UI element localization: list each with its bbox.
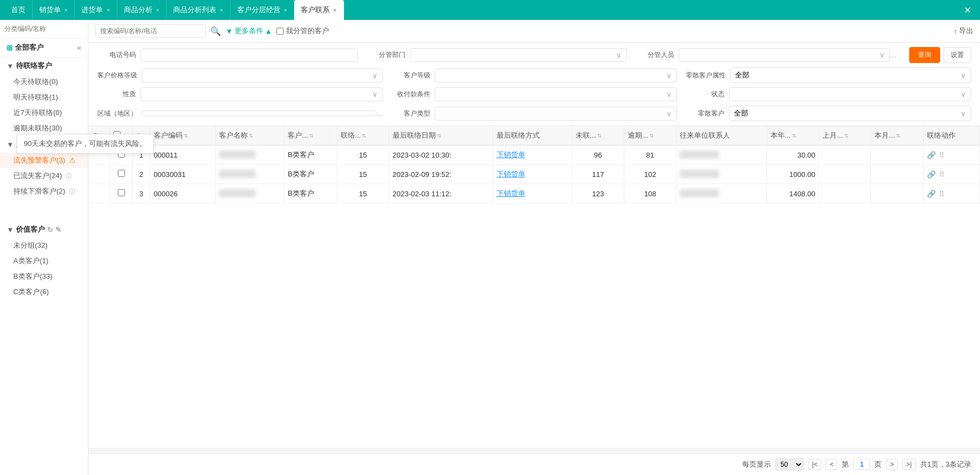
chevron-down-icon2: ∨ <box>879 51 885 59</box>
filter-status-label: 状态 <box>686 90 724 99</box>
sidebar-item-ungrouped[interactable]: 未分组(32) <box>0 238 88 253</box>
refresh-icon[interactable]: ↻ <box>47 226 53 234</box>
th-last-contact-date[interactable]: 最后联络日期⇅ <box>389 126 493 145</box>
sidebar-item-7days[interactable]: 近7天待联络(0) <box>0 105 88 121</box>
prev-page-btn[interactable]: < <box>826 459 837 470</box>
td-actions-0[interactable]: 🔗 ⠿ <box>923 145 979 165</box>
th-type[interactable]: 客户...⇅ <box>284 126 337 145</box>
td-type-1: B类客户 <box>284 165 337 184</box>
filter-zero-retail-select[interactable]: 全部 ∨ <box>729 106 971 121</box>
more-icon-0[interactable]: ⠿ <box>939 151 945 159</box>
tab-close-purchase[interactable]: × <box>106 7 110 13</box>
tab-close-customer-contact[interactable]: × <box>333 7 336 13</box>
sidebar-search-input[interactable] <box>4 25 87 33</box>
filter-nature-select[interactable]: ∨ <box>140 87 383 101</box>
td-checkbox-2[interactable] <box>110 184 133 203</box>
hscroll-bar[interactable] <box>88 448 980 453</box>
link-icon-2[interactable]: 🔗 <box>927 190 936 198</box>
tab-close-product[interactable]: × <box>156 7 159 13</box>
tab-home[interactable]: 首页 <box>4 0 33 20</box>
page-size-select[interactable]: 50 10 20 100 <box>775 458 804 471</box>
td-this-month-2 <box>871 184 923 203</box>
filter-zero-retail-attr-select[interactable]: 全部 ∨ <box>730 67 971 83</box>
td-actions-2[interactable]: 🔗 ⠿ <box>923 184 979 203</box>
filter-dept-select[interactable]: ∨ <box>410 48 627 62</box>
filter-my-customers[interactable]: 我分管的客户 <box>277 26 329 36</box>
th-contact[interactable]: 联络...⇅ <box>337 126 389 145</box>
my-customers-checkbox[interactable] <box>277 28 284 35</box>
tab-purchase-order[interactable]: 进货单 × <box>75 0 117 20</box>
more-icon-2[interactable]: ⠿ <box>939 190 945 198</box>
sidebar-group-value[interactable]: ▼ 价值客户 ↻ ✎ <box>0 221 88 238</box>
tab-customer-tier[interactable]: 客户分层经营 × <box>231 0 294 20</box>
td-checkbox-1[interactable] <box>110 165 133 184</box>
th-this-year[interactable]: 本年...⇅ <box>767 126 819 145</box>
filter-status-select[interactable]: ∨ <box>729 87 971 101</box>
th-code[interactable]: 客户编码⇅ <box>150 126 215 145</box>
tab-product-analysis[interactable]: 商品分析 × <box>117 0 166 20</box>
th-last-month[interactable]: 上月...⇅ <box>819 126 871 145</box>
tab-close-sales[interactable]: × <box>64 7 67 13</box>
sidebar-item-today[interactable]: 今天待联络(0) <box>0 74 88 90</box>
tab-product-analysis-list[interactable]: 商品分析列表 × <box>166 0 230 20</box>
tab-sales-order[interactable]: 销货单 × <box>33 0 75 20</box>
filter-payment-select[interactable]: ∨ <box>435 87 677 101</box>
filter-manager-dots[interactable]: ... <box>890 51 896 59</box>
chevron-up-icon: ▲ <box>265 27 272 35</box>
td-method-1[interactable]: 下销货单 <box>493 165 572 184</box>
settings-btn[interactable]: 设置 <box>943 47 971 63</box>
tab-customer-contact[interactable]: 客户联系 × <box>294 0 343 20</box>
tab-bar: 首页 销货单 × 进货单 × 商品分析 × 商品分析列表 × 客户分层经营 × … <box>0 0 980 20</box>
sidebar-all-customers[interactable]: ⊞ 全部客户 « <box>0 38 88 58</box>
sidebar-item-declining[interactable]: 持续下滑客户(2) ⓘ <box>0 184 88 199</box>
th-uncontacted[interactable]: 未联...⇅ <box>572 126 624 145</box>
filter-zero-retail-attr-field: 零散客户属性 全部 ∨ <box>686 67 971 83</box>
page-size-label: 每页显示 <box>742 460 771 469</box>
next-page-btn[interactable]: > <box>886 459 898 470</box>
tab-close-product-list[interactable]: × <box>220 7 223 13</box>
filter-manager-select[interactable]: ∨ <box>679 48 890 62</box>
edit-icon[interactable]: ✎ <box>55 226 61 234</box>
page-number-input[interactable] <box>853 459 870 470</box>
td-unit-contact-2: 联系人 <box>676 184 767 203</box>
filter-area-field: 区域（地区） ... <box>97 109 383 118</box>
last-page-btn[interactable]: >| <box>902 459 915 470</box>
filter-more-conditions-btn[interactable]: ▼ 更多条件 ▲ <box>226 26 272 36</box>
export-btn[interactable]: ↑ 导出 <box>954 26 974 36</box>
filter-phone-input[interactable] <box>140 49 358 62</box>
sidebar-item-churn-warning[interactable]: 流失预警客户(3) ⚠ <box>0 153 88 168</box>
sidebar-item-churned[interactable]: 已流失客户(24) ⓘ <box>0 168 88 184</box>
filter-area-dots[interactable]: ... <box>377 109 383 118</box>
sidebar-group-pending[interactable]: ▼ 待联络客户 <box>0 58 88 74</box>
filter-customer-level-field: 客户等级 ∨ <box>392 69 677 82</box>
filter-phone-field: 电话号码 <box>97 49 358 62</box>
sidebar-item-c-class[interactable]: C类客户(6) <box>0 284 88 300</box>
link-icon-1[interactable]: 🔗 <box>927 170 936 179</box>
filter-search-input[interactable] <box>95 24 206 38</box>
tab-close-customer-tier[interactable]: × <box>284 7 287 13</box>
th-overdue[interactable]: 逾期...⇅ <box>624 126 676 145</box>
td-method-2[interactable]: 下销货单 <box>493 184 572 203</box>
more-icon-1[interactable]: ⠿ <box>939 170 945 179</box>
sidebar-item-tomorrow[interactable]: 明天待联络(1) <box>0 90 88 105</box>
filter-area-select[interactable] <box>142 111 377 116</box>
sidebar-collapse-btn[interactable]: « <box>77 43 81 52</box>
td-actions-1[interactable]: 🔗 ⠿ <box>923 165 979 184</box>
filter-customer-level-select[interactable]: ∨ <box>435 69 677 82</box>
link-icon-0[interactable]: 🔗 <box>927 151 936 159</box>
filter-search-btn[interactable]: 🔍 <box>210 26 221 36</box>
th-this-month[interactable]: 本月...⇅ <box>871 126 923 145</box>
sidebar-item-a-class[interactable]: A类客户(1) <box>0 253 88 269</box>
th-name[interactable]: 客户名称⇅ <box>215 126 284 145</box>
td-last-month-0 <box>819 145 871 165</box>
th-unit-contact[interactable]: 往来单位联系人 <box>676 126 767 145</box>
filter-icon: ▼ <box>226 27 233 35</box>
td-method-0[interactable]: 下销货单 <box>493 145 572 165</box>
th-last-contact-method[interactable]: 最后联络方式 <box>493 126 572 145</box>
sidebar-item-b-class[interactable]: B类客户(33) <box>0 269 88 284</box>
filter-customer-type-select[interactable]: ∨ <box>435 107 677 121</box>
filter-price-level-select[interactable]: ∨ <box>142 69 383 82</box>
first-page-btn[interactable]: |< <box>808 459 821 470</box>
query-btn[interactable]: 查询 <box>909 47 940 63</box>
window-close-btn[interactable]: ✕ <box>960 5 976 15</box>
